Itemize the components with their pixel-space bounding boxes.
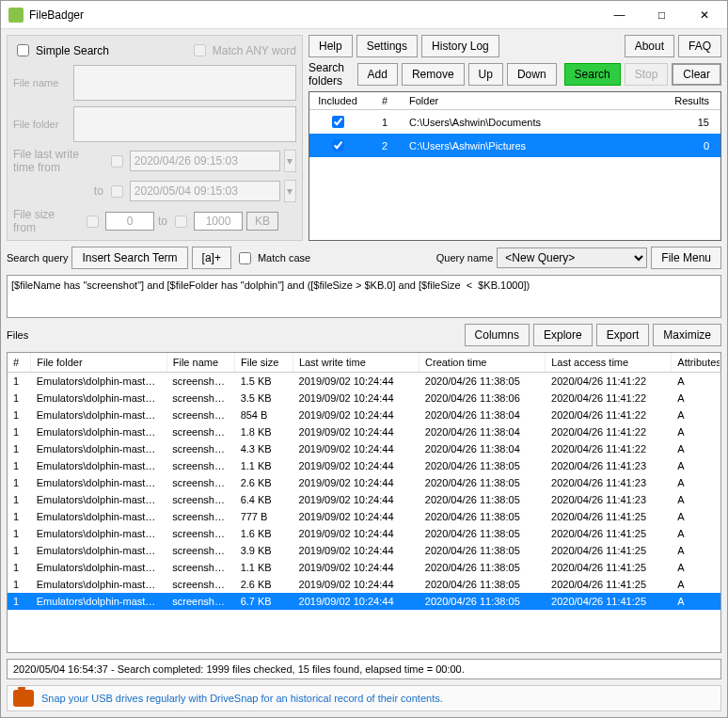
regex-button[interactable]: [a]+ <box>192 247 231 269</box>
files-header[interactable]: Last access time <box>546 353 672 373</box>
simple-search-panel: Simple Search Match ANY word File name F… <box>7 35 303 241</box>
match-case-checkbox[interactable] <box>239 252 251 264</box>
folder-include-checkbox[interactable] <box>332 116 344 128</box>
match-any-checkbox <box>194 44 206 56</box>
insert-search-term-button[interactable]: Insert Search Term <box>71 247 187 269</box>
date-to-dropdown: ▾ <box>284 180 296 202</box>
camera-icon <box>13 690 34 707</box>
app-window: FileBadger — □ ✕ Simple Search Match ANY… <box>0 0 728 718</box>
file-row[interactable]: 1Emulators\dolphin-master-...screenshot.… <box>8 457 720 474</box>
date-from-input <box>130 151 280 171</box>
date-from-checkbox <box>111 155 123 168</box>
files-header[interactable]: Last write time <box>293 353 419 373</box>
file-row[interactable]: 1Emulators\dolphin-master-...screenshot.… <box>8 508 720 525</box>
folders-header[interactable]: Results <box>637 92 720 110</box>
files-table[interactable]: #File folderFile nameFile sizeLast write… <box>7 352 721 653</box>
simple-search-label: Simple Search <box>36 44 109 57</box>
close-button[interactable]: ✕ <box>683 2 725 28</box>
folders-header[interactable]: Included <box>309 92 366 110</box>
folders-header[interactable]: # <box>366 92 404 110</box>
date-to-input <box>130 181 280 201</box>
minimize-button[interactable]: — <box>598 2 641 28</box>
history-log-button[interactable]: History Log <box>421 35 499 57</box>
folders-header[interactable]: Folder <box>404 92 637 110</box>
files-label: Files <box>7 329 28 341</box>
match-any-label: Match ANY word <box>213 44 296 57</box>
columns-button[interactable]: Columns <box>465 324 530 346</box>
files-header[interactable]: File name <box>166 353 234 373</box>
about-button[interactable]: About <box>625 35 674 57</box>
date-from-dropdown: ▾ <box>284 150 296 172</box>
to-label: to <box>13 184 103 198</box>
file-size-from-label: File size from <box>13 208 79 234</box>
file-row[interactable]: 1Emulators\dolphin-master-...screenshot.… <box>8 491 720 508</box>
last-write-from-label: File last write time from <box>13 148 103 174</box>
folder-row[interactable]: 1C:\Users\Ashwin\Documents15 <box>309 110 720 135</box>
move-up-button[interactable]: Up <box>468 63 503 86</box>
right-panel: Help Settings History Log About FAQ Sear… <box>309 35 721 241</box>
size-to-input <box>194 212 243 231</box>
query-textarea[interactable]: [$fileName has "screenshot"] and [$fileF… <box>7 275 721 318</box>
maximize-button[interactable]: □ <box>641 2 683 28</box>
file-name-input <box>73 65 296 101</box>
search-folders-label: Search folders <box>309 61 354 88</box>
file-folder-label: File folder <box>13 119 70 130</box>
footer: Snap your USB drives regularly with Driv… <box>7 685 721 711</box>
app-title: FileBadger <box>29 8 598 22</box>
file-row[interactable]: 1Emulators\dolphin-master-...screenshot.… <box>8 559 720 576</box>
help-button[interactable]: Help <box>309 35 353 57</box>
titlebar: FileBadger — □ ✕ <box>1 1 727 29</box>
file-row[interactable]: 1Emulators\dolphin-master-...screenshot.… <box>8 407 720 423</box>
search-folders-table[interactable]: Included#FolderResults 1C:\Users\Ashwin\… <box>309 91 721 241</box>
query-name-label: Query name <box>436 252 494 263</box>
file-row[interactable]: 1Emulators\dolphin-master-...screenshot.… <box>8 373 720 390</box>
size-from-input <box>105 212 154 231</box>
footer-link[interactable]: Snap your USB drives regularly with Driv… <box>41 693 443 704</box>
files-header[interactable]: Attributes <box>672 353 720 373</box>
search-query-label: Search query <box>7 252 68 263</box>
remove-folder-button[interactable]: Remove <box>402 63 465 86</box>
simple-search-checkbox[interactable] <box>17 44 29 56</box>
files-header[interactable]: File size <box>234 353 293 373</box>
match-case-label: Match case <box>258 252 310 263</box>
file-row[interactable]: 1Emulators\dolphin-master-...screenshot.… <box>8 525 720 542</box>
clear-button[interactable]: Clear <box>672 63 721 86</box>
app-icon <box>8 8 24 23</box>
folder-include-checkbox[interactable] <box>332 139 344 152</box>
size-from-checkbox <box>87 215 99 228</box>
settings-button[interactable]: Settings <box>356 35 418 57</box>
file-row[interactable]: 1Emulators\dolphin-master-...screenshot.… <box>8 440 720 457</box>
file-row[interactable]: 1Emulators\dolphin-master-...screenshot.… <box>8 390 720 407</box>
file-row[interactable]: 1Emulators\dolphin-master-...screenshot.… <box>8 474 720 491</box>
files-header[interactable]: # <box>8 353 31 373</box>
file-menu-button[interactable]: File Menu <box>651 247 721 269</box>
file-row[interactable]: 1Emulators\dolphin-master-...screenshot.… <box>8 593 720 610</box>
file-row[interactable]: 1Emulators\dolphin-master-...screenshot.… <box>8 576 720 593</box>
size-unit-dropdown: KB <box>246 212 278 231</box>
file-folder-input <box>73 106 296 142</box>
files-header[interactable]: Creation time <box>419 353 546 373</box>
explore-button[interactable]: Explore <box>533 324 593 346</box>
add-folder-button[interactable]: Add <box>357 63 398 86</box>
faq-button[interactable]: FAQ <box>678 35 721 57</box>
file-row[interactable]: 1Emulators\dolphin-master-...screenshot.… <box>8 542 720 559</box>
query-name-select[interactable]: <New Query> <box>497 247 647 268</box>
folder-row[interactable]: 2C:\Users\Ashwin\Pictures0 <box>309 134 720 157</box>
status-bar: 2020/05/04 16:54:37 - Search completed: … <box>7 659 721 679</box>
export-button[interactable]: Export <box>596 324 650 346</box>
size-to-label: to <box>158 215 167 228</box>
move-down-button[interactable]: Down <box>507 63 557 86</box>
maximize-files-button[interactable]: Maximize <box>653 324 721 346</box>
file-row[interactable]: 1Emulators\dolphin-master-...screenshot.… <box>8 423 720 440</box>
file-name-label: File name <box>13 77 70 88</box>
date-to-checkbox <box>111 185 123 198</box>
search-button[interactable]: Search <box>564 63 621 86</box>
size-to-checkbox <box>175 215 187 228</box>
files-header[interactable]: File folder <box>31 353 166 373</box>
stop-button: Stop <box>625 63 669 86</box>
